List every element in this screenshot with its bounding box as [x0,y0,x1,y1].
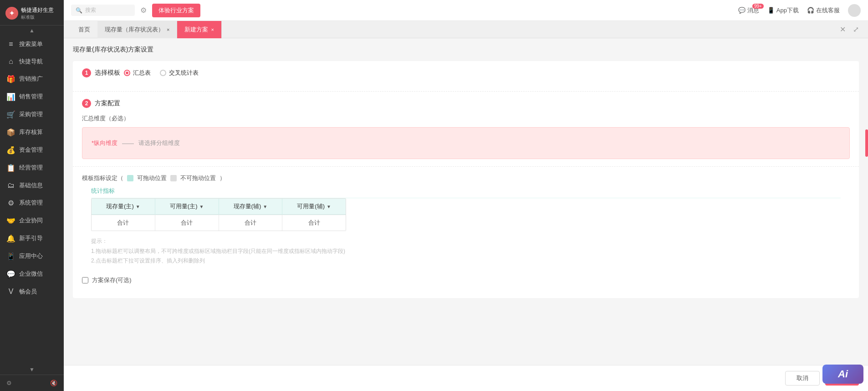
tabs-bar: 首页 现存量（库存状况表） × 新建方案 × ✕ ⤢ [64,21,868,38]
template-radio-group: 汇总表 交叉统计表 [124,69,199,77]
tab-new-plan-close[interactable]: × [211,27,214,32]
sidebar-bottom: ⚙ 🔇 [0,375,64,391]
message-badge: 99+ [752,4,764,9]
topbar-right: 💬 消息 99+ 📱 App下载 🎧 在线客服 [738,4,861,17]
search-icon: 🔍 [76,7,82,14]
cancel-button[interactable]: 取消 [785,371,820,386]
stats-table: 现存量(主) ▼ 可用量(主) ▼ 现存量(辅) ▼ [91,198,346,231]
page-title: 现存量(库存状况表)方案设置 [73,46,859,54]
tab-expand-icon[interactable]: ⤢ [851,23,861,36]
tab-controls: ✕ ⤢ [838,23,861,36]
gift-icon: 🎁 [6,75,15,83]
sidebar-item-wechat[interactable]: 💬 企业微信 [0,265,64,283]
tab-close-icon[interactable]: ✕ [838,23,848,36]
sidebar-logo: ✦ 畅捷通好生意 标准版 [0,0,64,26]
ai-badge[interactable]: Ai [822,365,863,384]
sidebar-item-finance[interactable]: 💰 资金管理 [0,141,64,159]
settings-icon[interactable]: ⚙ [6,380,12,386]
page-content: 现存量(库存状况表)方案设置 1 选择模板 汇总表 交叉统计表 [64,38,868,365]
save-row: 方案保存(可选) [73,272,859,289]
stats-header: 统计指标 [91,187,841,198]
search-placeholder: 搜索 [85,6,96,14]
trial-button[interactable]: 体验行业方案 [152,4,200,17]
stats-cell-0-2: 合计 [219,215,283,231]
stats-col-2[interactable]: 现存量(辅) ▼ [219,199,283,214]
config-panel: 1 选择模板 汇总表 交叉统计表 [73,61,859,298]
mobile-icon: 📱 [6,252,15,261]
indicator-not-draggable-label: 不可拖动位置 [180,174,216,182]
app-download-label: App下载 [776,6,799,15]
stats-col-3[interactable]: 可用量(辅) ▼ [282,199,346,214]
sidebar-item-operation[interactable]: 📋 经营管理 [0,159,64,177]
stats-table-row-0: 合计 合计 合计 合计 [92,215,346,231]
message-item[interactable]: 💬 消息 99+ [738,6,759,15]
stats-col-3-chevron: ▼ [327,204,331,209]
stats-col-0-label: 现存量(主) [106,202,134,211]
section1-header: 1 选择模板 汇总表 交叉统计表 [82,68,850,77]
stats-col-1-label: 可用量(主) [170,202,198,211]
gear-icon[interactable]: ⚙ [140,6,147,15]
sidebar-item-cooperation[interactable]: 🤝 企业协同 [0,212,64,230]
stats-col-0[interactable]: 现存量(主) ▼ [92,199,155,214]
sidebar: ✦ 畅捷通好生意 标准版 ▲ ≡ 搜索菜单 ⌂ 快捷导航 🎁 营销推广 📊 销售… [0,0,64,391]
draggable-badge [127,175,133,181]
section2-header: 2 方案配置 [82,99,850,108]
sidebar-item-sales[interactable]: 📊 销售管理 [0,88,64,106]
right-scroll-handle[interactable] [865,129,868,157]
app-download-item[interactable]: 📱 App下载 [767,6,799,15]
dim-placeholder: 请选择分组维度 [138,139,180,147]
section-plan-config: 2 方案配置 汇总维度（必选） *纵向维度 —— 请选择分组维度 [73,92,859,167]
sidebar-item-label: 搜索菜单 [19,40,43,48]
sidebar-item-label: 新手引导 [19,234,43,242]
indicator-label-text: 模板指标设定（ [82,174,123,182]
money-icon: 💰 [6,146,15,154]
stats-section: 统计指标 现存量(主) ▼ 可用量(主) ▼ [82,187,850,231]
dim-dash: —— [122,140,134,147]
sidebar-item-member[interactable]: V 畅会员 [0,283,64,300]
sidebar-item-search-menu[interactable]: ≡ 搜索菜单 [0,36,64,53]
sidebar-item-quick-nav[interactable]: ⌂ 快捷导航 [0,53,64,70]
sidebar-scroll-up[interactable]: ▲ [0,26,64,36]
tab-inventory[interactable]: 现存量（库存状况表） × [97,21,177,38]
avatar[interactable] [848,4,861,17]
sidebar-item-newbie[interactable]: 🔔 新手引导 [0,230,64,247]
radio-summary-label: 汇总表 [133,69,151,77]
sidebar-item-marketing[interactable]: 🎁 营销推广 [0,70,64,88]
folder-icon: 🗂 [6,181,15,190]
sidebar-item-label: 畅会员 [19,288,37,296]
search-box[interactable]: 🔍 搜索 [71,5,135,16]
sound-icon[interactable]: 🔇 [50,380,57,386]
sidebar-item-label: 企业协同 [19,216,43,225]
stats-cell-0-0: 合计 [92,215,155,231]
sidebar-scroll-down[interactable]: ▼ [0,365,64,375]
sidebar-item-basic-info[interactable]: 🗂 基础信息 [0,177,64,194]
indicator-end: ） [220,174,225,182]
sidebar-item-label: 企业微信 [19,270,43,278]
stats-col-0-chevron: ▼ [136,204,140,209]
radio-cross[interactable]: 交叉统计表 [160,69,199,77]
tab-inventory-close[interactable]: × [167,27,169,32]
sidebar-item-label: 营销推广 [19,75,43,83]
tab-inventory-label: 现存量（库存状况表） [105,26,164,34]
tab-home[interactable]: 首页 [71,21,97,38]
sidebar-item-label: 系统管理 [19,199,43,207]
vertical-dim-area[interactable]: *纵向维度 —— 请选择分组维度 [82,127,850,159]
section2-title: 方案配置 [95,99,120,108]
radio-summary[interactable]: 汇总表 [124,69,151,77]
sidebar-item-label: 基础信息 [19,181,43,190]
indicator-settings-label: 模板指标设定（ 可拖动位置 不可拖动位置 ） [82,174,850,182]
sidebar-item-inventory[interactable]: 📦 库存核算 [0,123,64,141]
save-checkbox[interactable] [82,277,88,283]
sidebar-item-purchase[interactable]: 🛒 采购管理 [0,106,64,123]
section2-num: 2 [82,99,91,108]
logo-text: 畅捷通好生意 [21,6,54,14]
sidebar-item-system[interactable]: ⚙ 系统管理 [0,194,64,212]
tab-new-plan[interactable]: 新建方案 × [177,21,221,38]
customer-service-item[interactable]: 🎧 在线客服 [807,6,840,15]
stats-col-3-label: 可用量(辅) [297,202,325,211]
stats-col-1[interactable]: 可用量(主) ▼ [155,199,219,214]
summary-dim-label: 汇总维度（必选） [82,114,850,123]
sidebar-item-label: 销售管理 [19,93,43,101]
tab-new-plan-label: 新建方案 [184,26,208,34]
sidebar-item-app-center[interactable]: 📱 应用中心 [0,247,64,265]
